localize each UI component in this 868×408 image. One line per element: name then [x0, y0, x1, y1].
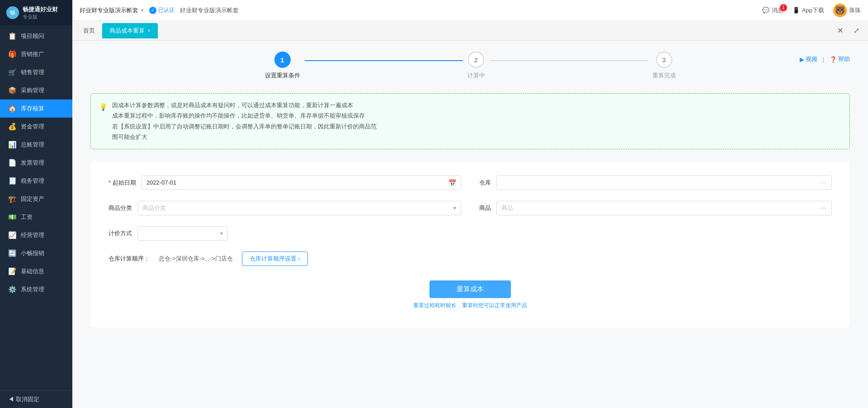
sidebar-item-expense[interactable]: 🔄 小畅报销: [0, 244, 72, 262]
info-text: 因成本计算参数调整，或是对商品成本有疑问时，可以通过成本重算功能，重新计算一遍成…: [112, 100, 377, 142]
sidebar-item-label: 固定资产: [21, 195, 44, 203]
warehouse-order-label: 仓库计算顺序：: [108, 255, 150, 263]
step-1: 1 设置重算条件: [265, 52, 300, 80]
sidebar-item-salary[interactable]: 💵 工资: [0, 208, 72, 226]
main-area: 好业财专业版演示帐套 ▾ ✓ 已认证 好业财专业版演示帐套 💬 消息 1 📱 A…: [72, 0, 868, 408]
step-line-2: [490, 60, 648, 61]
step-1-num: 1: [280, 56, 284, 64]
sidebar-item-sales[interactable]: 🛒 销售管理: [0, 63, 72, 81]
warehouse-order-value: 总仓->深圳仓库->...->门店仓: [159, 255, 233, 263]
operations-icon: 📈: [8, 231, 16, 239]
sidebar-item-label: 基础信息: [21, 267, 44, 275]
step-3-label: 重算完成: [652, 71, 676, 80]
account-selector[interactable]: 好业财专业版演示帐套 ▾: [80, 6, 144, 14]
warehouse-order-row: 仓库计算顺序： 总仓->深圳仓库->...->门店仓 仓库计算顺序设置 ›: [108, 251, 832, 266]
form-section: 起始日期 2022-07-01 📅 仓库 ··· 商品分: [90, 162, 850, 327]
sidebar-item-assets[interactable]: 🏗️ 固定资产: [0, 190, 72, 208]
pricing-dropdown-icon: ▾: [220, 230, 223, 237]
purchase-icon: 📦: [8, 86, 16, 95]
step-2-num: 2: [474, 56, 478, 64]
sidebar-item-project[interactable]: 📋 项目顾问: [0, 27, 72, 45]
app-subtitle: 专业版: [23, 14, 58, 20]
sidebar-item-basic[interactable]: 📝 基础信息: [0, 262, 72, 280]
info-box: 💡 因成本计算参数调整，或是对商品成本有疑问时，可以通过成本重算功能，重新计算一…: [90, 93, 850, 149]
form-row-2: 商品分类 商品分类 ▾ 商品 商品 ···: [108, 201, 832, 215]
product-label: 商品: [479, 204, 491, 212]
sidebar-item-tax[interactable]: 🧾 税务管理: [0, 172, 72, 190]
pricing-select[interactable]: ▾: [137, 226, 228, 241]
step-3: 3 重算完成: [652, 52, 676, 80]
calendar-icon[interactable]: 📅: [448, 179, 456, 186]
app-download-button[interactable]: 📱 App下载: [793, 6, 824, 14]
home-tab-label: 首页: [83, 27, 95, 35]
sidebar-logo-text: 畅捷通好业财 专业版: [23, 5, 58, 20]
info-line-4: 围可能会扩大: [112, 132, 377, 142]
product-input[interactable]: 商品 ···: [496, 201, 832, 215]
category-placeholder: 商品分类: [142, 204, 166, 212]
topbar: 好业财专业版演示帐套 ▾ ✓ 已认证 好业财专业版演示帐套 💬 消息 1 📱 A…: [72, 0, 868, 21]
sidebar-item-finance[interactable]: 💰 资金管理: [0, 118, 72, 136]
steps-help: ▶ 视频 | ❓ 帮助: [800, 55, 850, 63]
product-more-icon[interactable]: ···: [820, 204, 827, 212]
finance-icon: 💰: [8, 123, 16, 131]
message-badge: 1: [780, 4, 787, 11]
dropdown-arrow-icon: ▾: [453, 205, 456, 211]
user-avatar[interactable]: 🐻 珠珠: [833, 4, 861, 17]
sidebar-item-label: 税务管理: [21, 177, 44, 185]
step-2-label: 计算中: [467, 71, 485, 80]
sidebar-nav: 📋 项目顾问 🎁 营销推广 🛒 销售管理 📦 采购管理 🏠 库存核算 💰 资金管…: [0, 25, 72, 390]
chevron-right-icon: ›: [298, 255, 300, 262]
sidebar-item-system[interactable]: ⚙️ 系统管理: [0, 280, 72, 299]
submit-hint: 重算过程耗时较长，重算时您可以正常使用产品: [108, 302, 832, 309]
app-download-label: App下载: [802, 6, 824, 14]
sidebar-item-marketing[interactable]: 🎁 营销推广: [0, 45, 72, 63]
sidebar-item-label: 经营管理: [21, 231, 44, 239]
info-line-1: 因成本计算参数调整，或是对商品成本有疑问时，可以通过成本重算功能，重新计算一遍成…: [112, 100, 377, 110]
sidebar-unpin[interactable]: ◀ 取消固定: [0, 390, 72, 408]
start-date-input[interactable]: 2022-07-01 📅: [142, 176, 461, 190]
category-select[interactable]: 商品分类 ▾: [137, 201, 461, 215]
video-label: 视频: [806, 55, 817, 63]
warehouse-input[interactable]: ···: [496, 176, 832, 190]
sidebar-item-label: 库存核算: [21, 104, 44, 113]
form-group-warehouse: 仓库 ···: [479, 176, 832, 190]
warehouse-label: 仓库: [479, 179, 491, 187]
sidebar-item-inventory[interactable]: 🏠 库存核算: [0, 100, 72, 118]
sidebar-item-invoice[interactable]: 📄 发票管理: [0, 154, 72, 172]
step-line-1: [305, 60, 463, 61]
sidebar-item-purchase[interactable]: 📦 采购管理: [0, 81, 72, 100]
message-button[interactable]: 💬 消息 1: [762, 6, 783, 14]
warehouse-order-setting-button[interactable]: 仓库计算顺序设置 ›: [242, 251, 308, 266]
submit-button[interactable]: 重算成本: [429, 280, 511, 298]
app-logo-icon: 畅: [6, 6, 19, 19]
info-line-3: 若【系统设置】中启用了自动调整记账日期时，会调整入库单的整单记账日期，因此重新计…: [112, 121, 377, 132]
sidebar-item-label: 工资: [21, 213, 33, 221]
start-date-label: 起始日期: [108, 179, 136, 187]
help-link[interactable]: ❓ 帮助: [830, 55, 850, 63]
tab-home[interactable]: 首页: [76, 23, 102, 38]
message-icon: 💬: [762, 7, 769, 14]
step-1-label: 设置重算条件: [265, 71, 300, 80]
sidebar-item-operations[interactable]: 📈 经营管理: [0, 226, 72, 244]
invoice-icon: 📄: [8, 159, 16, 167]
sidebar-item-label: 资金管理: [21, 123, 44, 131]
sidebar-item-accounting[interactable]: 📊 总账管理: [0, 136, 72, 154]
expand-button[interactable]: ⤢: [850, 24, 863, 37]
basic-icon: 📝: [8, 267, 16, 275]
unpin-label: ◀ 取消固定: [8, 395, 39, 403]
tab-close-icon[interactable]: ×: [147, 28, 151, 34]
tab-recalculate[interactable]: 商品成本重算 ×: [102, 23, 158, 38]
warehouse-more-icon[interactable]: ···: [820, 179, 827, 187]
dropdown-icon: ▾: [141, 7, 144, 13]
project-icon: 📋: [8, 32, 16, 40]
help-icon: ❓: [830, 56, 837, 63]
start-date-value: 2022-07-01: [146, 179, 177, 186]
expense-icon: 🔄: [8, 249, 16, 257]
accounting-icon: 📊: [8, 141, 16, 149]
step-2-circle: 2: [468, 52, 484, 68]
phone-icon: 📱: [793, 7, 800, 14]
video-link[interactable]: ▶ 视频: [800, 55, 817, 63]
form-row-pricing: 计价方式 ▾: [108, 226, 832, 241]
close-tab-button[interactable]: ✕: [834, 24, 846, 37]
system-icon: ⚙️: [8, 285, 16, 294]
